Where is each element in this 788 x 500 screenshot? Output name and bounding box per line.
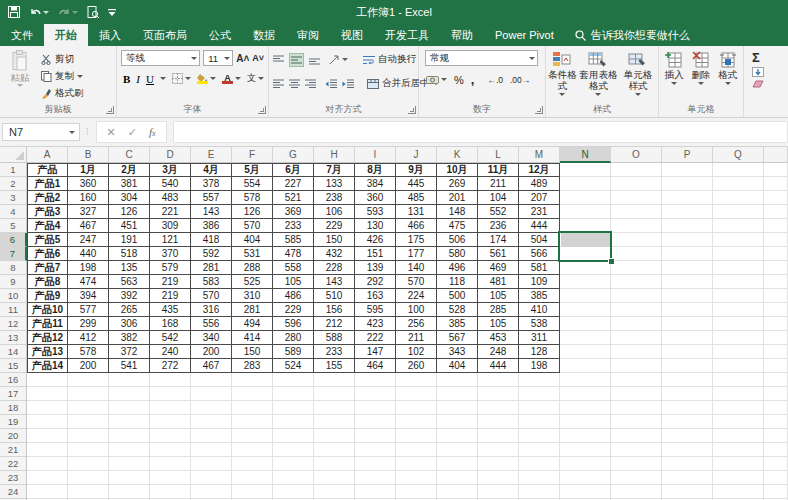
cell-B21[interactable] [68, 443, 109, 457]
cell-Q22[interactable] [713, 457, 764, 471]
col-header-Q[interactable]: Q [713, 147, 764, 163]
cell-J15[interactable]: 260 [396, 359, 437, 373]
cell-O5[interactable] [611, 219, 662, 233]
align-middle-icon[interactable] [289, 53, 304, 67]
cell-P11[interactable] [662, 303, 713, 317]
cell-E3[interactable]: 557 [191, 191, 232, 205]
cell-F4[interactable]: 126 [232, 205, 273, 219]
col-header-K[interactable]: K [437, 147, 478, 163]
borders-button[interactable] [172, 73, 191, 84]
cell-O20[interactable] [611, 429, 662, 443]
cell-L18[interactable] [478, 401, 519, 415]
cell-P6[interactable] [662, 233, 713, 247]
row-header-18[interactable]: 18 [0, 401, 27, 415]
cell-A5[interactable]: 产品4 [27, 219, 68, 233]
align-center-icon[interactable] [289, 79, 300, 89]
fill-handle[interactable] [608, 258, 615, 265]
cell-K1[interactable]: 10月 [437, 163, 478, 177]
row-header-15[interactable]: 15 [0, 359, 27, 373]
cell-B22[interactable] [68, 457, 109, 471]
cell-P24[interactable] [662, 485, 713, 499]
cell-G5[interactable]: 233 [273, 219, 314, 233]
cell-K2[interactable]: 269 [437, 177, 478, 191]
cell-I7[interactable]: 151 [355, 247, 396, 261]
cell-C12[interactable]: 306 [109, 317, 150, 331]
cell-A18[interactable] [27, 401, 68, 415]
cell-P13[interactable] [662, 331, 713, 345]
cell-G2[interactable]: 227 [273, 177, 314, 191]
cell-L10[interactable]: 105 [478, 289, 519, 303]
cell-B23[interactable] [68, 471, 109, 485]
cell-E9[interactable]: 583 [191, 275, 232, 289]
cell-partial-8[interactable] [764, 261, 788, 275]
formula-input[interactable] [173, 121, 788, 143]
cell-I9[interactable]: 292 [355, 275, 396, 289]
cell-F18[interactable] [232, 401, 273, 415]
cell-M23[interactable] [519, 471, 560, 485]
cell-E14[interactable]: 200 [191, 345, 232, 359]
cell-A15[interactable]: 产品14 [27, 359, 68, 373]
cell-C23[interactable] [109, 471, 150, 485]
cell-D1[interactable]: 3月 [150, 163, 191, 177]
cell-L22[interactable] [478, 457, 519, 471]
align-bottom-icon[interactable] [309, 55, 320, 65]
cell-G24[interactable] [273, 485, 314, 499]
cell-O11[interactable] [611, 303, 662, 317]
cell-C8[interactable]: 135 [109, 261, 150, 275]
cell-I4[interactable]: 593 [355, 205, 396, 219]
cell-G22[interactable] [273, 457, 314, 471]
cell-O22[interactable] [611, 457, 662, 471]
cell-H22[interactable] [314, 457, 355, 471]
fill-button[interactable] [752, 67, 788, 77]
cell-H6[interactable]: 150 [314, 233, 355, 247]
cell-I10[interactable]: 163 [355, 289, 396, 303]
cell-D24[interactable] [150, 485, 191, 499]
cell-K24[interactable] [437, 485, 478, 499]
bold-button[interactable]: B [123, 73, 130, 85]
cell-H23[interactable] [314, 471, 355, 485]
cell-B19[interactable] [68, 415, 109, 429]
font-size-combo[interactable]: 11 [203, 50, 233, 66]
cell-F3[interactable]: 578 [232, 191, 273, 205]
cell-J10[interactable]: 224 [396, 289, 437, 303]
cell-I11[interactable]: 595 [355, 303, 396, 317]
cell-J16[interactable] [396, 373, 437, 387]
cell-J14[interactable]: 102 [396, 345, 437, 359]
row-header-5[interactable]: 5 [0, 219, 27, 233]
cell-J5[interactable]: 466 [396, 219, 437, 233]
cell-G23[interactable] [273, 471, 314, 485]
cell-partial-10[interactable] [764, 289, 788, 303]
cell-M12[interactable]: 538 [519, 317, 560, 331]
cell-I15[interactable]: 464 [355, 359, 396, 373]
decrease-font-size-button[interactable]: A˅ [252, 53, 264, 63]
cell-P22[interactable] [662, 457, 713, 471]
ribbon-tab-10[interactable]: 帮助 [440, 24, 484, 46]
cell-C16[interactable] [109, 373, 150, 387]
cell-A12[interactable]: 产品11 [27, 317, 68, 331]
cell-H3[interactable]: 238 [314, 191, 355, 205]
cell-K14[interactable]: 343 [437, 345, 478, 359]
cell-partial-23[interactable] [764, 471, 788, 485]
format-as-table-button[interactable]: 套用表格格式 [577, 51, 620, 96]
cell-A4[interactable]: 产品3 [27, 205, 68, 219]
cell-E10[interactable]: 570 [191, 289, 232, 303]
cell-B7[interactable]: 440 [68, 247, 109, 261]
underline-button[interactable]: U [146, 73, 154, 85]
cell-H1[interactable]: 7月 [314, 163, 355, 177]
cell-P7[interactable] [662, 247, 713, 261]
select-all-corner[interactable] [0, 147, 27, 163]
cell-B15[interactable]: 200 [68, 359, 109, 373]
cell-C7[interactable]: 518 [109, 247, 150, 261]
cell-partial-1[interactable] [764, 163, 788, 177]
cell-M3[interactable]: 207 [519, 191, 560, 205]
cell-G20[interactable] [273, 429, 314, 443]
cell-partial-13[interactable] [764, 331, 788, 345]
cell-Q19[interactable] [713, 415, 764, 429]
cell-B11[interactable]: 577 [68, 303, 109, 317]
cell-P20[interactable] [662, 429, 713, 443]
cell-P4[interactable] [662, 205, 713, 219]
cell-G13[interactable]: 280 [273, 331, 314, 345]
cell-K21[interactable] [437, 443, 478, 457]
ribbon-tab-2[interactable]: 开始 [44, 24, 88, 46]
cell-I2[interactable]: 384 [355, 177, 396, 191]
